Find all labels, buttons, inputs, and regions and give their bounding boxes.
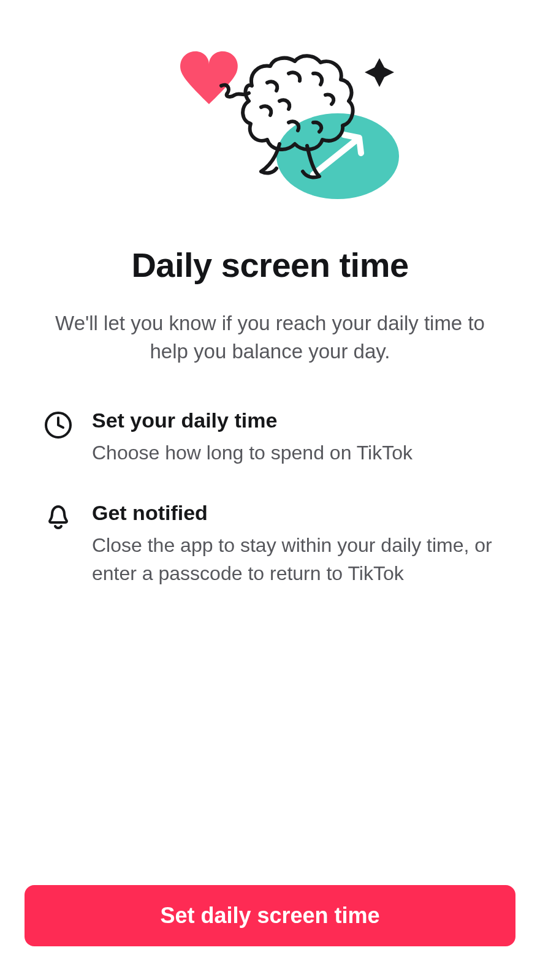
page-subtitle: We'll let you know if you reach your dai…: [43, 309, 497, 366]
feature-list: Set your daily time Choose how long to s…: [43, 409, 497, 587]
feature-description: Close the app to stay within your daily …: [92, 531, 497, 588]
feature-description: Choose how long to spend on TikTok: [92, 439, 497, 467]
feature-item-set-time: Set your daily time Choose how long to s…: [43, 409, 497, 467]
feature-title: Set your daily time: [92, 409, 497, 432]
wellbeing-illustration: [129, 37, 411, 208]
set-daily-screen-time-button[interactable]: Set daily screen time: [25, 885, 515, 946]
page-title: Daily screen time: [131, 245, 408, 285]
bell-icon: [43, 502, 74, 533]
feature-title: Get notified: [92, 501, 497, 525]
clock-icon: [43, 410, 74, 440]
feature-item-get-notified: Get notified Close the app to stay withi…: [43, 501, 497, 588]
